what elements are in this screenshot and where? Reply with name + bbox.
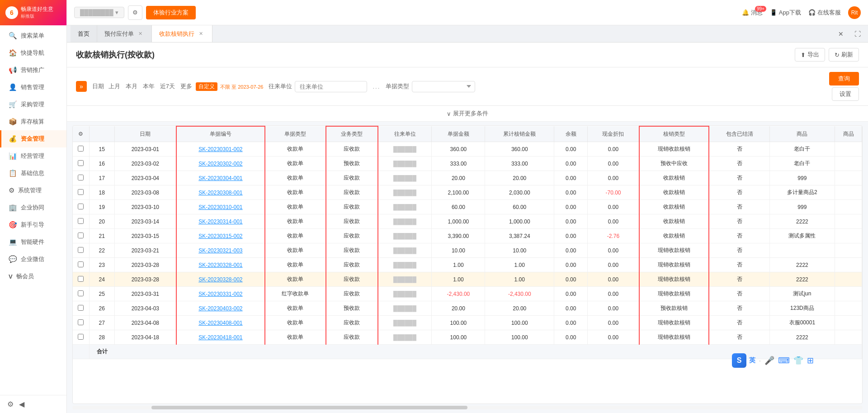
cell-checkbox[interactable] <box>73 272 89 287</box>
cell-checkbox[interactable] <box>73 287 89 301</box>
setting-button[interactable]: 设置 <box>832 87 859 101</box>
tab-home[interactable]: 首页 <box>71 25 97 42</box>
cell-checkbox[interactable] <box>73 330 89 345</box>
cell-bianhao[interactable]: SK-20230408-001 <box>176 316 265 330</box>
row-checkbox[interactable] <box>78 276 84 282</box>
tab-receipt[interactable]: 收款核销执行 ✕ <box>152 25 212 42</box>
row-checkbox[interactable] <box>78 290 84 296</box>
purchase-icon: 🛒 <box>9 100 17 109</box>
sidebar-item-sales[interactable]: 👤 销售管理 <box>0 79 66 96</box>
horizontal-scrollbar[interactable] <box>72 406 863 409</box>
doctype-select[interactable] <box>412 81 475 92</box>
filter-toggle-button[interactable]: » <box>76 81 87 92</box>
cell-checkbox[interactable] <box>73 301 89 316</box>
cell-bianhao[interactable]: SK-20230403-002 <box>176 301 265 316</box>
sidebar-collapse-icon[interactable]: ◀ <box>19 400 24 408</box>
row-checkbox[interactable] <box>78 233 84 238</box>
cell-goods2 <box>835 301 862 316</box>
date-this-year[interactable]: 本年 <box>141 81 156 91</box>
row-checkbox[interactable] <box>78 247 84 253</box>
app-download-button[interactable]: 📱 App下载 <box>770 9 801 17</box>
settings-icon[interactable]: ⚙ <box>78 131 83 137</box>
sidebar-settings-icon[interactable]: ⚙ <box>7 400 14 408</box>
sidebar-item-finance[interactable]: 💰 资金管理 <box>0 130 66 147</box>
tab-close-button[interactable]: ✕ <box>835 28 847 39</box>
row-checkbox[interactable] <box>78 218 84 224</box>
cell-checkbox[interactable] <box>73 229 89 243</box>
cell-bianhao[interactable]: SK-20230310-001 <box>176 200 265 214</box>
sidebar-item-quicknav[interactable]: 🏠 快捷导航 <box>0 44 66 62</box>
cell-goods2 <box>835 171 862 185</box>
cell-bianhao[interactable]: SK-20230304-001 <box>176 171 265 185</box>
cell-seq: 20 <box>89 214 114 229</box>
partner-input[interactable] <box>295 81 367 92</box>
cell-bianhao[interactable]: SK-20230418-001 <box>176 330 265 345</box>
cell-goods2 <box>835 229 862 243</box>
cell-balance: 0.00 <box>554 330 588 345</box>
sidebar-item-basic[interactable]: 📋 基础信息 <box>0 165 66 182</box>
cell-partner: ██████ <box>378 171 432 185</box>
row-checkbox[interactable] <box>78 204 84 209</box>
sidebar-item-purchase[interactable]: 🛒 采购管理 <box>0 96 66 113</box>
date-last-month[interactable]: 上月 <box>107 81 122 91</box>
cell-balance: 0.00 <box>554 229 588 243</box>
tab-receipt-close[interactable]: ✕ <box>197 30 205 38</box>
cell-checkbox[interactable] <box>73 316 89 330</box>
notification-button[interactable]: 🔔 消息 99+ <box>742 9 763 17</box>
table-row: 25 2023-03-31 SK-20230331-002 红字收款单 应收款 … <box>73 287 862 301</box>
sidebar-item-member[interactable]: V 畅会员 <box>0 268 66 285</box>
cell-bianhao[interactable]: SK-20230315-002 <box>176 229 265 243</box>
cell-checkbox[interactable] <box>73 185 89 200</box>
cell-bianhao[interactable]: SK-20230302-002 <box>176 157 265 171</box>
export-button[interactable]: ⬆ 导出 <box>795 48 825 62</box>
cell-bianhao[interactable]: SK-20230301-002 <box>176 142 265 157</box>
cell-checkbox[interactable] <box>73 214 89 229</box>
expand-more-button[interactable]: ∨ 展开更多条件 <box>443 108 492 119</box>
industry-solution-button[interactable]: 体验行业方案 <box>146 6 196 19</box>
row-checkbox[interactable] <box>78 334 84 340</box>
date-7days[interactable]: 近7天 <box>158 81 177 91</box>
row-checkbox[interactable] <box>78 305 84 311</box>
cell-checkbox[interactable] <box>73 171 89 185</box>
user-avatar[interactable]: Rit <box>848 6 861 19</box>
online-service-button[interactable]: 🎧 在线客服 <box>808 9 841 17</box>
refresh-button[interactable]: ↻ 刷新 <box>829 48 859 62</box>
workspace-selector[interactable]: ████████ ▾ <box>74 7 124 18</box>
row-checkbox[interactable] <box>78 146 84 152</box>
cell-checkbox[interactable] <box>73 243 89 258</box>
tab-expand-button[interactable]: ⛶ <box>851 28 864 39</box>
sidebar-item-search[interactable]: 🔍 搜索菜单 <box>0 27 66 44</box>
cell-bianhao[interactable]: SK-20230328-002 <box>176 272 265 287</box>
sidebar-item-system[interactable]: ⚙ 系统管理 <box>0 182 66 199</box>
date-custom[interactable]: 自定义 <box>196 82 217 91</box>
cell-checkbox[interactable] <box>73 258 89 272</box>
settings-button[interactable]: ⚙ <box>128 5 142 20</box>
cell-bianhao[interactable]: SK-20230314-001 <box>176 214 265 229</box>
cell-bianhao[interactable]: SK-20230321-003 <box>176 243 265 258</box>
row-checkbox[interactable] <box>78 261 84 267</box>
row-checkbox[interactable] <box>78 189 84 195</box>
cell-checkbox[interactable] <box>73 157 89 171</box>
sidebar-item-hardware[interactable]: 💻 智能硬件 <box>0 233 66 251</box>
cell-checkbox[interactable] <box>73 142 89 157</box>
cell-balance: 0.00 <box>554 287 588 301</box>
cell-bianhao[interactable]: SK-20230331-002 <box>176 287 265 301</box>
cell-bianhao[interactable]: SK-20230308-001 <box>176 185 265 200</box>
sidebar-label-inventory: 库存核算 <box>21 118 44 126</box>
date-more[interactable]: 更多 <box>179 81 194 91</box>
row-checkbox[interactable] <box>78 319 84 325</box>
cell-checkbox[interactable] <box>73 200 89 214</box>
date-this-month[interactable]: 本月 <box>124 81 139 91</box>
sidebar-item-operation[interactable]: 📊 经营管理 <box>0 147 66 165</box>
row-checkbox[interactable] <box>78 175 84 180</box>
sidebar-item-enterprise[interactable]: 🏢 企业协同 <box>0 199 66 216</box>
cell-bianhao[interactable]: SK-20230328-001 <box>176 258 265 272</box>
query-button[interactable]: 查询 <box>829 72 859 85</box>
sidebar-item-inventory[interactable]: 📦 库存核算 <box>0 113 66 130</box>
row-checkbox[interactable] <box>78 160 84 166</box>
tab-prepay-close[interactable]: ✕ <box>137 30 144 38</box>
sidebar-item-guide[interactable]: 🎯 新手引导 <box>0 216 66 233</box>
sidebar-item-wechat[interactable]: 💬 企业微信 <box>0 251 66 268</box>
tab-prepay[interactable]: 预付应付单 ✕ <box>97 25 152 42</box>
sidebar-item-marketing[interactable]: 📢 营销推广 <box>0 62 66 79</box>
